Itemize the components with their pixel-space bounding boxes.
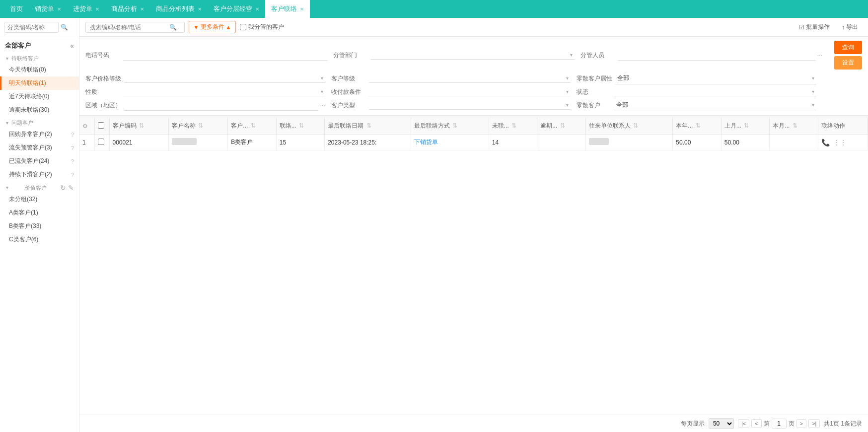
td-index: 1	[79, 135, 94, 150]
next-page-button[interactable]: >	[796, 419, 806, 428]
th-this-year[interactable]: 本年... ⇅	[673, 118, 721, 135]
filter-retail-attr: 零散客户属性 全部 ▾	[577, 72, 816, 84]
filter-icon: ▼	[193, 24, 199, 31]
help-icon-churn-warning: ?	[71, 145, 74, 151]
sidebar-search-icon[interactable]: 🔍	[61, 24, 68, 31]
retail-attr-select[interactable]: 全部 ▾	[615, 72, 816, 84]
phone-input[interactable]	[123, 50, 327, 61]
th-overdue[interactable]: 逾期... ⇅	[537, 118, 585, 135]
row-checkbox[interactable]	[98, 139, 104, 145]
nav-customer-contact[interactable]: 客户联络 ✕	[265, 0, 310, 18]
sidebar-item-repurchase-abnormal[interactable]: 回购异常客户(2) ?	[0, 128, 79, 141]
filter-status: 状态 ▾	[577, 87, 816, 96]
help-icon-churned: ?	[71, 158, 74, 164]
sidebar-item-declining[interactable]: 持续下滑客户(2) ?	[0, 168, 79, 181]
close-customer-segment-icon[interactable]: ✕	[255, 6, 259, 12]
retail-chevron-icon: ▾	[812, 102, 814, 108]
filter-nature: 性质 ▾	[85, 87, 325, 96]
filter-person: 分管人员 ···	[580, 50, 822, 61]
nav-customer-segment[interactable]: 客户分层经营 ✕	[208, 0, 265, 18]
sidebar-item-churn-warning[interactable]: 流失预警客户(3) ?	[0, 141, 79, 154]
payment-select[interactable]: ▾	[369, 87, 571, 96]
td-contact-count: 15	[276, 135, 324, 150]
retail-select[interactable]: 全部 ▾	[614, 99, 816, 111]
sort-method-icon: ⇅	[452, 122, 457, 129]
filter-actions: 查询 设置	[834, 41, 862, 70]
area-input[interactable]	[124, 100, 318, 111]
sidebar-collapse-icon[interactable]: «	[70, 42, 74, 50]
sidebar-item-class-c[interactable]: C类客户(6)	[0, 233, 79, 246]
th-uncontacted[interactable]: 未联... ⇅	[489, 118, 537, 135]
sidebar-item-churned[interactable]: 已流失客户(24) ?	[0, 154, 79, 168]
more-action-icon[interactable]: ⋮⋮	[833, 139, 847, 146]
nature-select[interactable]: ▾	[123, 87, 325, 96]
last-page-button[interactable]: >|	[808, 419, 820, 428]
prev-page-button[interactable]: <	[751, 419, 761, 428]
th-last-contact-method[interactable]: 最后联络方式 ⇅	[411, 118, 489, 135]
close-product-analysis-list-icon[interactable]: ✕	[198, 6, 202, 12]
filter-retail: 零散客户 全部 ▾	[577, 99, 816, 111]
my-customers-checkbox[interactable]	[240, 24, 246, 30]
nav-purchase-order[interactable]: 进货单 ✕	[67, 0, 105, 18]
group-value-customers[interactable]: 价值客户 ↻ ✎	[0, 181, 79, 193]
action-icons-group: 📞 ⋮⋮	[821, 139, 865, 146]
th-contact-person[interactable]: 往来单位联系人 ⇅	[585, 118, 673, 135]
settings-button[interactable]: 设置	[834, 56, 862, 70]
close-product-analysis-icon[interactable]: ✕	[140, 6, 144, 12]
nav-home[interactable]: 首页	[4, 0, 29, 18]
last-contact-method-link[interactable]: 下销货单	[414, 139, 438, 145]
person-more-icon[interactable]: ···	[817, 52, 822, 59]
more-filter-button[interactable]: ▼ 更多条件 ▲	[189, 21, 236, 33]
phone-action-icon[interactable]: 📞	[821, 139, 830, 146]
group-problem-customers[interactable]: 问题客户	[0, 117, 79, 128]
sidebar-item-today[interactable]: 今天待联络(0)	[0, 63, 79, 76]
th-last-month[interactable]: 上月... ⇅	[721, 118, 769, 135]
customer-level-select[interactable]: ▾	[369, 74, 571, 83]
close-customer-contact-icon[interactable]: ✕	[300, 6, 304, 12]
sidebar-item-class-b[interactable]: B类客户(33)	[0, 219, 79, 233]
page-number-input[interactable]	[772, 419, 787, 429]
select-all-checkbox[interactable]	[98, 122, 104, 129]
filter-customer-type: 客户类型 ▾	[331, 101, 571, 110]
top-navigation: 首页 销货单 ✕ 进货单 ✕ 商品分析 ✕ 商品分析列表 ✕ 客户分层经营 ✕ …	[0, 0, 868, 18]
td-last-contact-method: 下销货单	[411, 135, 489, 150]
query-button[interactable]: 查询	[834, 41, 862, 54]
status-select[interactable]: ▾	[614, 87, 816, 96]
export-button[interactable]: ↑ 导出	[838, 21, 862, 33]
nav-sales-order[interactable]: 销货单 ✕	[29, 0, 67, 18]
nav-product-analysis[interactable]: 商品分析 ✕	[105, 0, 150, 18]
filter-row-1: 电话号码 分管部门 ▾ 分管人员 ··· 查询 设置	[85, 41, 862, 70]
status-chevron-icon: ▾	[812, 89, 814, 94]
th-code[interactable]: 客户编码 ⇅	[109, 118, 168, 135]
sidebar-item-ungrouped[interactable]: 未分组(32)	[0, 193, 79, 206]
first-page-button[interactable]: |<	[738, 419, 749, 428]
sidebar-item-tomorrow[interactable]: 明天待联络(1)	[0, 76, 79, 90]
th-last-contact-date[interactable]: 最后联络日期 ⇅	[325, 118, 411, 135]
sidebar-item-class-a[interactable]: A类客户(1)	[0, 206, 79, 219]
th-customer-type[interactable]: 客户... ⇅	[228, 118, 276, 135]
customer-type-select[interactable]: ▾	[369, 101, 571, 110]
th-gear: ⚙	[79, 118, 94, 135]
nav-product-analysis-list[interactable]: 商品分析列表 ✕	[150, 0, 208, 18]
dept-select[interactable]: ▾	[371, 51, 575, 60]
person-input[interactable]	[618, 50, 815, 61]
th-this-month[interactable]: 本月... ⇅	[770, 118, 818, 135]
area-more-icon[interactable]: ···	[320, 102, 325, 109]
my-customers-checkbox-label[interactable]: 我分管的客户	[240, 23, 284, 31]
close-sales-order-icon[interactable]: ✕	[57, 6, 61, 12]
search-button-icon[interactable]: 🔍	[169, 24, 177, 31]
th-name[interactable]: 客户名称 ⇅	[168, 118, 227, 135]
th-checkbox	[94, 118, 109, 135]
filter-row-2: 客户价格等级 ▾ 客户等级 ▾ 零散客户属性 全部	[85, 72, 862, 84]
sidebar-item-7days[interactable]: 近7天待联络(0)	[0, 90, 79, 103]
sidebar-item-overdue[interactable]: 逾期未联络(30)	[0, 103, 79, 117]
th-contact-count[interactable]: 联络... ⇅	[276, 118, 324, 135]
close-purchase-order-icon[interactable]: ✕	[95, 6, 99, 12]
price-level-select[interactable]: ▾	[124, 74, 325, 83]
search-input[interactable]	[90, 24, 169, 31]
column-settings-icon[interactable]: ⚙	[82, 123, 88, 130]
sidebar-search-input[interactable]	[4, 22, 59, 33]
group-pending-contact[interactable]: 待联络客户	[0, 52, 79, 63]
batch-operation-button[interactable]: ☑ 批量操作	[795, 21, 834, 33]
per-page-select[interactable]: 50 100 200	[709, 418, 734, 429]
